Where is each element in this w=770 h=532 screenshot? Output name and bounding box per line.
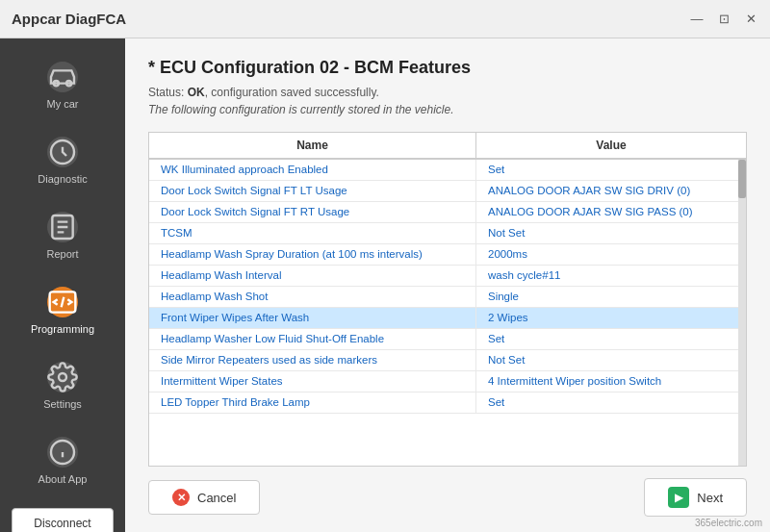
table-row[interactable]: Headlamp Washer Low Fluid Shut-Off Enabl… <box>149 329 746 350</box>
status-line: Status: OK, configuration saved successf… <box>148 86 747 99</box>
watermark: 365electric.com <box>695 518 762 528</box>
sidebar-label-settings: Settings <box>43 398 82 410</box>
report-icon <box>47 212 78 242</box>
sidebar-label-about: About App <box>38 473 88 485</box>
close-button[interactable]: ✕ <box>743 12 758 27</box>
cell-value: 2000ms <box>476 244 746 265</box>
cell-name: TCSM <box>149 223 476 243</box>
sidebar-label-programming: Programming <box>31 323 94 335</box>
title-bar: Appcar DiagFCA — ⊡ ✕ <box>0 0 770 38</box>
next-label: Next <box>697 491 723 505</box>
cell-name: Headlamp Wash Shot <box>149 287 476 307</box>
cell-name: Headlamp Washer Low Fluid Shut-Off Enabl… <box>149 329 476 349</box>
programming-icon <box>47 287 78 317</box>
settings-icon <box>47 362 78 393</box>
cell-value: 2 Wipes <box>476 308 746 328</box>
cell-name: Headlamp Wash Spray Duration (at 100 ms … <box>149 244 476 265</box>
sidebar: My car Diagnostic Report <box>0 38 125 532</box>
cell-value: Set <box>476 329 746 349</box>
cell-value: Not Set <box>476 223 746 243</box>
sidebar-item-diagnostic[interactable]: Diagnostic <box>0 123 125 198</box>
table-row[interactable]: Door Lock Switch Signal FT RT Usage ANAL… <box>149 202 746 223</box>
header-value: Value <box>476 133 746 158</box>
window-controls: — ⊡ ✕ <box>689 12 758 27</box>
table-row[interactable]: Side Mirror Repeaters used as side marke… <box>149 350 746 371</box>
cell-name: Door Lock Switch Signal FT RT Usage <box>149 202 476 222</box>
table-row[interactable]: Headlamp Wash Shot Single <box>149 287 746 308</box>
sidebar-label-my-car: My car <box>47 98 79 110</box>
sidebar-item-about[interactable]: About App <box>0 423 125 498</box>
next-button[interactable]: ▶ Next <box>644 478 747 517</box>
cancel-button[interactable]: ✕ Cancel <box>148 480 260 515</box>
car-icon <box>47 62 78 92</box>
cell-value: ANALOG DOOR AJAR SW SIG PASS (0) <box>476 202 746 222</box>
content-area: * ECU Configuration 02 - BCM Features St… <box>125 38 770 532</box>
sidebar-item-my-car[interactable]: My car <box>0 48 125 123</box>
table-row[interactable]: Front Wiper Wipes After Wash 2 Wipes <box>149 308 746 329</box>
main-layout: My car Diagnostic Report <box>0 38 770 532</box>
table-body[interactable]: WK Illuminated approach Enabled Set Door… <box>149 160 746 466</box>
cell-value: Set <box>476 393 746 413</box>
cell-value: wash cycle#11 <box>476 266 746 286</box>
scrollbar-thumb[interactable] <box>738 160 746 198</box>
cell-name: Side Mirror Repeaters used as side marke… <box>149 350 476 370</box>
status-ok: OK <box>188 86 205 99</box>
svg-point-3 <box>59 373 66 381</box>
cell-value: Single <box>476 287 746 307</box>
minimize-button[interactable]: — <box>689 12 705 27</box>
sidebar-label-report: Report <box>46 248 78 260</box>
cell-name: Headlamp Wash Interval <box>149 266 476 286</box>
cell-value: Set <box>476 160 746 180</box>
table-header: Name Value <box>149 133 746 160</box>
table-row[interactable]: Headlamp Wash Spray Duration (at 100 ms … <box>149 244 746 266</box>
app-title: Appcar DiagFCA <box>12 11 126 27</box>
restore-button[interactable]: ⊡ <box>716 12 732 27</box>
disconnect-area: Disconnect <box>0 498 125 532</box>
next-icon: ▶ <box>668 487 689 508</box>
table-row[interactable]: LED Topper Third Brake Lamp Set <box>149 393 746 414</box>
cell-name: Door Lock Switch Signal FT LT Usage <box>149 181 476 201</box>
table-row[interactable]: WK Illuminated approach Enabled Set <box>149 160 746 181</box>
status-italic: The following configuration is currently… <box>148 103 747 116</box>
disconnect-button[interactable]: Disconnect <box>12 508 114 532</box>
cell-value: Not Set <box>476 350 746 370</box>
app-name-regular: Appcar <box>12 11 65 27</box>
sidebar-item-report[interactable]: Report <box>0 198 125 273</box>
header-name: Name <box>149 133 476 158</box>
status-message: , configuration saved successfully. <box>205 86 379 99</box>
app-branding: Appcar DiagFCA <box>12 11 126 27</box>
table-row[interactable]: TCSM Not Set <box>149 223 746 244</box>
sidebar-label-diagnostic: Diagnostic <box>38 173 87 185</box>
cell-value: 4 Intermittent Wiper position Switch <box>476 371 746 392</box>
table-row[interactable]: Door Lock Switch Signal FT LT Usage ANAL… <box>149 181 746 202</box>
cell-name: LED Topper Third Brake Lamp <box>149 393 476 413</box>
table-row[interactable]: Intermittent Wiper States 4 Intermittent… <box>149 371 746 393</box>
cancel-icon: ✕ <box>172 489 190 506</box>
footer-buttons: ✕ Cancel ▶ Next <box>148 478 747 517</box>
sidebar-item-settings[interactable]: Settings <box>0 348 125 423</box>
sidebar-item-programming[interactable]: Programming <box>0 273 125 348</box>
cancel-label: Cancel <box>197 491 236 505</box>
scrollbar[interactable] <box>738 160 746 466</box>
cell-name: Front Wiper Wipes After Wash <box>149 308 476 328</box>
app-name-bold: DiagFCA <box>65 11 126 27</box>
diagnostic-icon <box>47 137 78 167</box>
config-table: Name Value WK Illuminated approach Enabl… <box>148 132 747 467</box>
cell-name: WK Illuminated approach Enabled <box>149 160 476 180</box>
table-row[interactable]: Headlamp Wash Interval wash cycle#11 <box>149 266 746 287</box>
page-title: * ECU Configuration 02 - BCM Features <box>148 58 747 78</box>
cell-name: Intermittent Wiper States <box>149 371 476 392</box>
cell-value: ANALOG DOOR AJAR SW SIG DRIV (0) <box>476 181 746 201</box>
about-icon <box>47 437 78 468</box>
